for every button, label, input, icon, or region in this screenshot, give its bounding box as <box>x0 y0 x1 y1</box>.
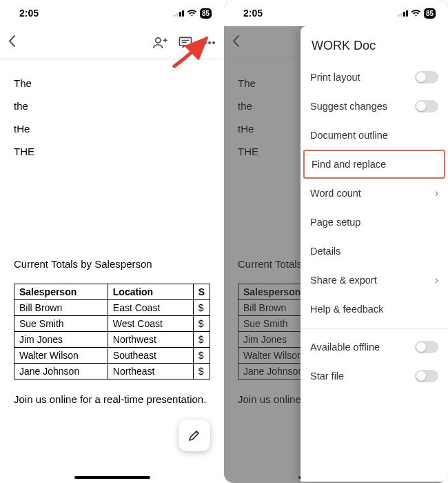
menu-star-file[interactable]: Star file <box>301 362 448 391</box>
status-time: 2:05 <box>243 8 263 19</box>
text-line: the <box>14 100 210 112</box>
options-menu: WORK Doc Print layout Suggest changes Do… <box>301 26 448 482</box>
toggle-icon[interactable] <box>415 100 438 112</box>
svg-rect-1 <box>179 37 191 46</box>
col-salesperson: Salesperson <box>14 284 108 300</box>
status-bar: 2:05 85 <box>224 0 448 26</box>
app-bar <box>0 26 224 59</box>
svg-point-0 <box>156 37 161 42</box>
toggle-icon[interactable] <box>415 370 438 382</box>
menu-suggest-changes[interactable]: Suggest changes <box>301 92 448 121</box>
table-row: Bill BrownEast Coast$ <box>14 300 210 316</box>
back-button[interactable] <box>8 35 28 50</box>
status-bar: 2:05 85 <box>0 0 224 26</box>
menu-word-count[interactable]: Word count › <box>301 179 448 208</box>
svg-point-4 <box>212 41 215 44</box>
sales-table: Salesperson Location S Bill BrownEast Co… <box>14 284 210 379</box>
battery-icon: 85 <box>424 8 436 19</box>
table-row: Jim JonesNorthwest$ <box>14 332 210 348</box>
menu-print-layout[interactable]: Print layout <box>301 63 448 92</box>
table-row: Jane JohnsonNortheast$ <box>14 364 210 379</box>
col-cut: S <box>193 284 210 300</box>
menu-share-export[interactable]: Share & export › <box>301 266 448 295</box>
svg-point-3 <box>208 41 211 44</box>
text-lines: The the tHe THE <box>14 77 210 157</box>
toggle-icon[interactable] <box>415 71 438 83</box>
table-header-row: Salesperson Location S <box>14 284 210 300</box>
more-icon[interactable] <box>203 41 216 45</box>
signal-icon <box>398 10 408 17</box>
screenshot-left: 2:05 85 <box>0 0 224 483</box>
home-indicator <box>74 476 150 479</box>
status-time: 2:05 <box>19 8 39 19</box>
menu-page-setup[interactable]: Page setup <box>301 208 448 237</box>
menu-available-offline[interactable]: Available offline <box>301 333 448 362</box>
toggle-icon[interactable] <box>415 341 438 353</box>
comment-icon[interactable] <box>179 37 192 49</box>
menu-details[interactable]: Details <box>301 237 448 266</box>
pencil-icon <box>187 428 201 442</box>
text-line: The <box>14 77 210 89</box>
text-line: tHe <box>14 123 210 135</box>
wifi-icon <box>187 10 197 17</box>
wifi-icon <box>411 10 421 17</box>
signal-icon <box>174 10 184 17</box>
edit-fab[interactable] <box>179 420 210 451</box>
table-row: Walter WilsonSoutheast$ <box>14 348 210 364</box>
menu-divider <box>301 328 448 328</box>
footer-text: Join us online for a real-time presentat… <box>14 393 210 405</box>
menu-title: WORK Doc <box>301 26 448 63</box>
menu-document-outline[interactable]: Document outline <box>301 121 448 150</box>
table-row: Sue SmithWest Coast$ <box>14 316 210 332</box>
menu-help-feedback[interactable]: Help & feedback <box>301 295 448 324</box>
section-title: Current Totals by Salesperson <box>14 258 210 270</box>
col-location: Location <box>108 284 193 300</box>
menu-find-replace[interactable]: Find and replace <box>303 150 445 179</box>
svg-point-2 <box>204 41 207 44</box>
chevron-right-icon: › <box>435 187 438 199</box>
status-right: 85 <box>174 8 212 19</box>
document-body: The the tHe THE Current Totals by Salesp… <box>0 59 224 412</box>
chevron-right-icon: › <box>435 274 438 286</box>
text-line: THE <box>14 146 210 157</box>
status-right: 85 <box>398 8 436 19</box>
screenshot-right: 2:05 85 The the tHe THE Current Totals b… <box>224 0 448 483</box>
battery-icon: 85 <box>200 8 212 19</box>
add-person-icon[interactable] <box>152 37 167 49</box>
